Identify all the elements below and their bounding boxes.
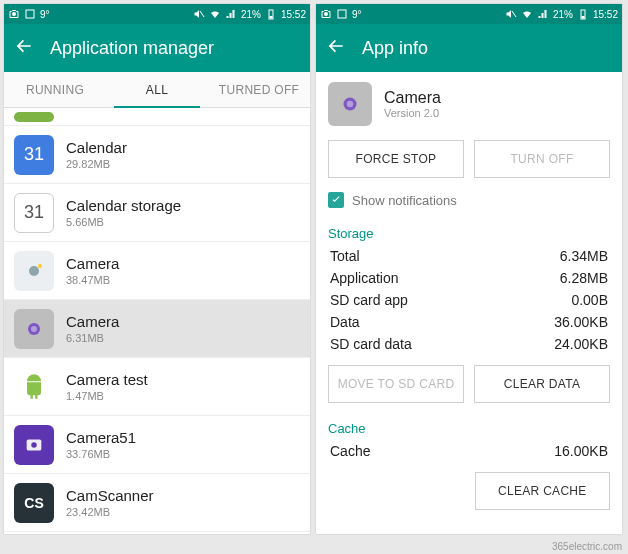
wifi-icon: [521, 8, 533, 20]
app-version: Version 2.0: [384, 107, 441, 119]
svg-point-19: [347, 101, 354, 108]
screenshot-status-icon: [336, 8, 348, 20]
list-item[interactable]: 31 Calendar 29.82MB: [4, 126, 310, 184]
storage-sd-data: SD card data24.00KB: [316, 333, 622, 355]
watermark: 365electric.com: [552, 541, 622, 552]
signal-icon: [537, 8, 549, 20]
clear-cache-button[interactable]: CLEAR CACHE: [475, 472, 610, 510]
status-battery: 21%: [241, 9, 261, 20]
storage-sd-app: SD card app0.00B: [316, 289, 622, 311]
camera-status-icon: [8, 8, 20, 20]
app-bar: App info: [316, 24, 622, 72]
svg-point-5: [29, 266, 39, 276]
status-bar: 9° 21% 15:52: [4, 4, 310, 24]
storage-total: Total6.34MB: [316, 245, 622, 267]
cache-section-title: Cache: [316, 413, 622, 440]
appbar-title: Application manager: [50, 38, 214, 59]
status-time: 15:52: [593, 9, 618, 20]
app-size: 5.66MB: [66, 216, 181, 228]
status-temp: 9°: [352, 9, 362, 20]
tab-all[interactable]: ALL: [106, 72, 208, 107]
svg-point-13: [324, 12, 328, 16]
svg-rect-17: [581, 16, 584, 19]
calendar-icon: 31: [14, 135, 54, 175]
show-notifications-row[interactable]: Show notifications: [316, 188, 622, 218]
status-time: 15:52: [281, 9, 306, 20]
svg-point-0: [12, 12, 16, 16]
mute-icon: [505, 8, 517, 20]
camscanner-icon: CS: [14, 483, 54, 523]
android-icon: [14, 367, 54, 407]
svg-line-2: [200, 11, 204, 17]
back-button[interactable]: [326, 36, 346, 60]
storage-section-title: Storage: [316, 218, 622, 245]
svg-point-10: [31, 442, 37, 448]
appbar-title: App info: [362, 38, 428, 59]
signal-icon: [225, 8, 237, 20]
app-name: Camera: [66, 255, 119, 272]
clear-data-button[interactable]: CLEAR DATA: [474, 365, 610, 403]
camera-app-icon: [14, 309, 54, 349]
list-item[interactable]: Camera 38.47MB: [4, 242, 310, 300]
list-item[interactable]: Camera test 1.47MB: [4, 358, 310, 416]
back-button[interactable]: [14, 36, 34, 60]
app-name: Calendar storage: [66, 197, 181, 214]
show-notifications-label: Show notifications: [352, 193, 457, 208]
force-stop-button[interactable]: FORCE STOP: [328, 140, 464, 178]
status-temp: 9°: [40, 9, 50, 20]
app-bar: Application manager: [4, 24, 310, 72]
storage-application: Application6.28MB: [316, 267, 622, 289]
app-name: Camera: [384, 89, 441, 107]
status-battery: 21%: [553, 9, 573, 20]
app-list[interactable]: 31 Calendar 29.82MB 31 Calendar storage …: [4, 108, 310, 534]
list-item[interactable]: [4, 108, 310, 126]
camera-app-icon: [328, 82, 372, 126]
list-item[interactable]: Camera51 33.76MB: [4, 416, 310, 474]
svg-point-6: [38, 264, 42, 268]
list-item[interactable]: Candy Crush Saga: [4, 532, 310, 534]
move-to-sd-button[interactable]: MOVE TO SD CARD: [328, 365, 464, 403]
svg-rect-14: [338, 10, 346, 18]
battery-icon: [265, 8, 277, 20]
checkbox-checked-icon: [328, 192, 344, 208]
calendar-storage-icon: 31: [14, 193, 54, 233]
camera-status-icon: [320, 8, 332, 20]
app-name: Camera test: [66, 371, 148, 388]
camera51-icon: [14, 425, 54, 465]
storage-data: Data36.00KB: [316, 311, 622, 333]
tab-turned-off[interactable]: TURNED OFF: [208, 72, 310, 107]
svg-point-8: [31, 326, 37, 332]
wifi-icon: [209, 8, 221, 20]
turn-off-button[interactable]: TURN OFF: [474, 140, 610, 178]
app-name: CamScanner: [66, 487, 154, 504]
screenshot-status-icon: [24, 8, 36, 20]
tab-running[interactable]: RUNNING: [4, 72, 106, 107]
cache-row: Cache16.00KB: [316, 440, 622, 462]
app-name: Camera51: [66, 429, 136, 446]
list-item-selected[interactable]: Camera 6.31MB: [4, 300, 310, 358]
app-name: Camera: [66, 313, 119, 330]
camera-icon: [14, 251, 54, 291]
phone-right: 9° 21% 15:52 App info Camera Version 2.0: [316, 4, 622, 534]
tabs: RUNNING ALL TURNED OFF: [4, 72, 310, 108]
svg-rect-4: [269, 16, 272, 19]
app-size: 1.47MB: [66, 390, 148, 402]
phone-left: 9° 21% 15:52 Application manager RUNNING…: [4, 4, 310, 534]
app-size: 29.82MB: [66, 158, 127, 170]
app-header: Camera Version 2.0: [316, 72, 622, 136]
battery-icon: [577, 8, 589, 20]
app-size: 33.76MB: [66, 448, 136, 460]
app-name: Calendar: [66, 139, 127, 156]
app-size: 6.31MB: [66, 332, 119, 344]
list-item[interactable]: 31 Calendar storage 5.66MB: [4, 184, 310, 242]
status-bar: 9° 21% 15:52: [316, 4, 622, 24]
mute-icon: [193, 8, 205, 20]
app-size: 23.42MB: [66, 506, 154, 518]
app-size: 38.47MB: [66, 274, 119, 286]
svg-rect-1: [26, 10, 34, 18]
svg-line-15: [512, 11, 516, 17]
list-item[interactable]: CS CamScanner 23.42MB: [4, 474, 310, 532]
